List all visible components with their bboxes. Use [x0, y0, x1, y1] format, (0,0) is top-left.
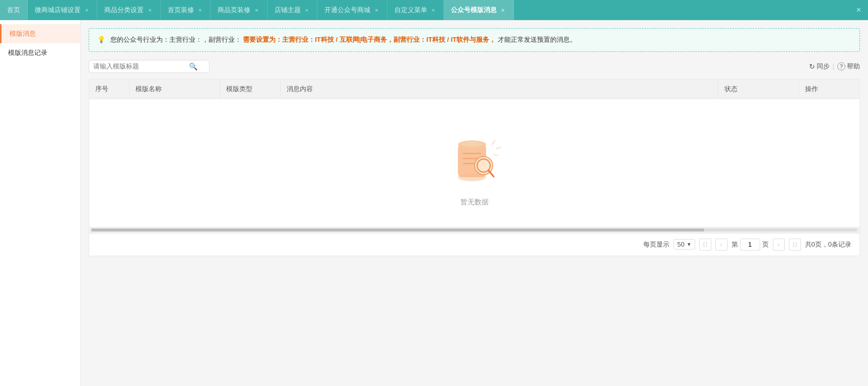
svg-line-11: [496, 147, 501, 148]
content-area: 💡 您的公众号行业为：主营行业：，副营行业： 需要设置为：主营行业：IT科技 /…: [81, 20, 868, 386]
nav-tab-label-6: 开通公众号商城: [324, 6, 370, 15]
page-number-input[interactable]: [740, 239, 760, 251]
page-size-label: 每页显示: [643, 240, 670, 249]
page-prefix: 第: [731, 240, 738, 249]
empty-illustration: [444, 129, 505, 190]
nav-tab-7[interactable]: 自定义菜单×: [387, 0, 444, 20]
bulb-icon: 💡: [97, 36, 105, 43]
top-navigation: 首页微商城店铺设置×商品分类设置×首页装修×商品页装修×店铺主题×开通公众号商城…: [0, 0, 868, 20]
col-content: 消息内容: [281, 80, 718, 99]
nav-tab-label-3: 首页装修: [168, 6, 194, 15]
nav-tab-label-8: 公众号模版消息: [451, 6, 497, 15]
nav-tab-label-0: 首页: [7, 6, 20, 15]
col-index: 序号: [89, 80, 129, 99]
prev-page-button[interactable]: ‹: [715, 239, 727, 251]
col-type: 模版类型: [220, 80, 281, 99]
col-name: 模版名称: [129, 80, 220, 99]
toolbar-right: ↻ 同步 | ? 帮助: [809, 62, 860, 71]
scrollbar-track: [91, 228, 857, 231]
pagination: 每页显示 50 ▼ ⟨⟨ ‹ 第 页 › ⟩⟩ 共0页，0条记录: [89, 233, 859, 256]
nav-tab-close-2[interactable]: ×: [147, 7, 153, 14]
notice-highlight: 需要设置为：主营行业：IT科技 / 互联网|电子商务，副营行业：IT科技 / I…: [243, 36, 496, 43]
help-label: 帮助: [847, 62, 860, 71]
search-input-wrap[interactable]: 🔍: [89, 60, 210, 73]
page-size-select[interactable]: 50 ▼: [674, 239, 695, 250]
svg-line-9: [489, 171, 494, 177]
sync-label: 同步: [817, 62, 830, 71]
last-page-button[interactable]: ⟩⟩: [789, 239, 801, 251]
help-icon: ?: [837, 62, 845, 70]
page-suffix: 页: [762, 240, 769, 249]
main-layout: 模版消息模版消息记录 💡 您的公众号行业为：主营行业：，副营行业： 需要设置为：…: [0, 20, 868, 386]
nav-tab-6[interactable]: 开通公众号商城×: [317, 0, 387, 20]
data-table: 序号 模版名称 模版类型 消息内容 状态 操作: [89, 79, 860, 256]
help-button[interactable]: ? 帮助: [837, 62, 860, 71]
col-action: 操作: [799, 80, 859, 99]
table-header: 序号 模版名称 模版类型 消息内容 状态 操作: [89, 80, 859, 99]
sidebar-item-1[interactable]: 模版消息记录: [0, 43, 80, 62]
next-page-button[interactable]: ›: [773, 239, 785, 251]
page-total: 共0页，0条记录: [805, 240, 851, 249]
empty-state: 暂无数据: [89, 99, 859, 227]
search-icon[interactable]: 🔍: [189, 62, 197, 70]
nav-tab-0[interactable]: 首页: [0, 0, 28, 20]
sidebar: 模版消息模版消息记录: [0, 20, 81, 386]
sync-button[interactable]: ↻ 同步: [809, 62, 830, 71]
nav-tab-8[interactable]: 公众号模版消息×: [444, 0, 513, 20]
empty-text: 暂无数据: [460, 198, 489, 207]
svg-line-12: [494, 155, 498, 156]
nav-tab-close-3[interactable]: ×: [197, 7, 203, 14]
nav-tab-close-8[interactable]: ×: [500, 7, 506, 14]
chevron-down-icon: ▼: [687, 242, 692, 247]
horizontal-scrollbar[interactable]: [89, 227, 859, 233]
nav-tab-label-2: 商品分类设置: [104, 6, 144, 15]
nav-tab-3[interactable]: 首页装修×: [161, 0, 211, 20]
svg-line-10: [492, 140, 495, 144]
notice-box: 💡 您的公众号行业为：主营行业：，副营行业： 需要设置为：主营行业：IT科技 /…: [89, 28, 860, 52]
nav-tab-2[interactable]: 商品分类设置×: [97, 0, 160, 20]
nav-tab-1[interactable]: 微商城店铺设置×: [28, 0, 97, 20]
nav-tab-close-1[interactable]: ×: [84, 7, 90, 14]
close-all-button[interactable]: ×: [849, 6, 868, 15]
sidebar-item-0[interactable]: 模版消息: [0, 24, 80, 43]
nav-tab-close-6[interactable]: ×: [373, 7, 379, 14]
col-status: 状态: [718, 80, 799, 99]
first-page-button[interactable]: ⟨⟨: [699, 239, 711, 251]
scrollbar-thumb: [91, 228, 704, 231]
nav-tab-label-1: 微商城店铺设置: [35, 6, 81, 15]
page-input-wrap: 第 页: [731, 239, 769, 251]
nav-tab-4[interactable]: 商品页装修×: [211, 0, 267, 20]
search-bar: 🔍 ↻ 同步 | ? 帮助: [89, 60, 860, 73]
toolbar-divider: |: [833, 62, 834, 70]
nav-tab-5[interactable]: 店铺主题×: [268, 0, 317, 20]
nav-tab-close-7[interactable]: ×: [430, 7, 436, 14]
sync-icon: ↻: [809, 62, 815, 70]
svg-point-3: [462, 142, 482, 147]
nav-tab-close-5[interactable]: ×: [304, 7, 310, 14]
notice-suffix: 才能正常发送预置的消息。: [498, 36, 576, 43]
nav-tab-close-4[interactable]: ×: [253, 7, 259, 14]
notice-prefix: 您的公众号行业为：主营行业：，副营行业：: [110, 36, 241, 43]
page-size-value: 50: [677, 241, 684, 248]
nav-tab-label-7: 自定义菜单: [394, 6, 427, 15]
search-input[interactable]: [93, 62, 189, 70]
nav-tab-label-5: 店铺主题: [275, 6, 301, 15]
nav-tab-label-4: 商品页装修: [218, 6, 250, 15]
